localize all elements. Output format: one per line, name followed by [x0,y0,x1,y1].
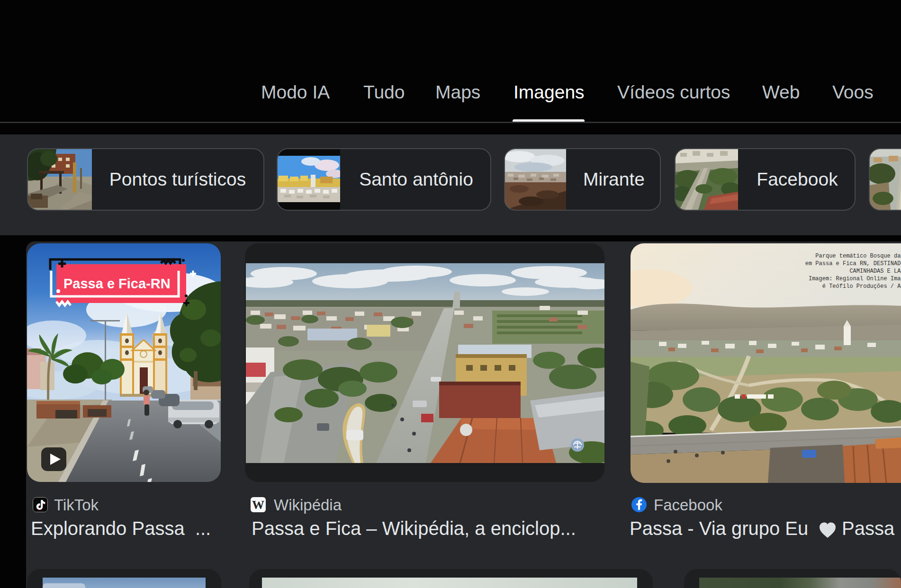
svg-text:CAMINHADAS E LAZER: CAMINHADAS E LAZER [849,268,901,275]
svg-text:Parque temático Bosque das a: Parque temático Bosque das a [815,253,901,259]
svg-text:W: W [252,498,264,512]
svg-text:Imagem: Regional Online Imagem: Imagem: Regional Online Imagem [809,276,901,282]
svg-text:Passa e Fica-RN: Passa e Fica-RN [63,276,171,291]
svg-text:é Teófilo Produções / ARQU: é Teófilo Produções / ARQU [822,283,901,290]
svg-text:em Passa e Fica RN, DESTINADO: em Passa e Fica RN, DESTINADO A [805,260,901,267]
